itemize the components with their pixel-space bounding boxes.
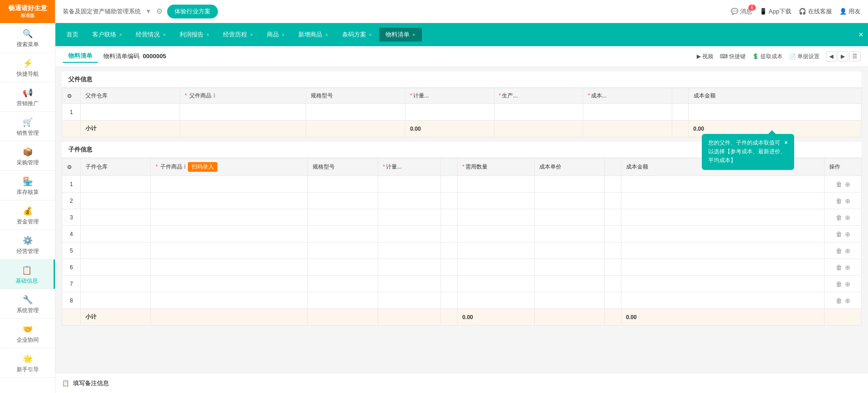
nav-tab-bom[interactable]: 物料清单 × <box>379 28 422 42</box>
child-goods-cell-5[interactable] <box>151 259 308 276</box>
subheader-tab-bom[interactable]: 物料清单 <box>63 50 98 63</box>
parent-goods-cell[interactable] <box>180 104 306 121</box>
copy-icon[interactable]: ⊕ <box>845 230 850 238</box>
child-spec-cell-1[interactable] <box>308 193 378 209</box>
child-warehouse-cell-1[interactable] <box>81 193 151 209</box>
cost-action[interactable]: 💲 提取成本 <box>752 53 783 60</box>
sidebar-item-quicknav[interactable]: ⚡ 快捷导航 <box>0 53 55 82</box>
child-unit-cell-2[interactable] <box>378 209 441 226</box>
parent-warehouse-cell[interactable] <box>81 104 180 121</box>
shortcut-action[interactable]: ⌨ 快捷键 <box>720 53 746 60</box>
sidebar-item-search[interactable]: 🔍 搜索菜单 <box>0 23 55 53</box>
video-action[interactable]: ▶ 视频 <box>697 53 713 60</box>
delete-icon[interactable]: 🗑 <box>836 297 842 304</box>
copy-icon[interactable]: ⊕ <box>845 197 850 205</box>
child-unitcost-cell-7[interactable] <box>534 292 604 309</box>
sidebar-item-newguide[interactable]: 🌟 新手引导 <box>0 348 55 378</box>
app-download-item[interactable]: 📱 App下载 <box>760 7 791 16</box>
child-goods-cell-6[interactable] <box>151 276 308 292</box>
nav-tab-operations[interactable]: 经营情况 × <box>129 28 172 42</box>
delete-icon[interactable]: 🗑 <box>836 197 842 205</box>
nav-tab-newgoods-close[interactable]: × <box>325 32 328 37</box>
child-quantity-cell-0[interactable] <box>458 176 535 193</box>
child-warehouse-cell-0[interactable] <box>81 176 151 193</box>
delete-icon[interactable]: 🗑 <box>836 280 842 288</box>
child-spec-cell-0[interactable] <box>308 176 378 193</box>
copy-icon[interactable]: ⊕ <box>845 247 850 254</box>
child-unitcost-cell-5[interactable] <box>534 259 604 276</box>
delete-icon[interactable]: 🗑 <box>836 247 842 254</box>
child-unit-cell-6[interactable] <box>378 276 441 292</box>
dropdown-icon[interactable]: ▼ <box>145 8 151 15</box>
copy-icon[interactable]: ⊕ <box>845 264 850 271</box>
delete-icon[interactable]: 🗑 <box>836 181 842 188</box>
child-unitcost-cell-4[interactable] <box>534 242 604 259</box>
gear-icon[interactable]: ⚙ <box>156 7 163 16</box>
child-unit-cell-5[interactable] <box>378 259 441 276</box>
child-quantity-cell-3[interactable] <box>458 226 535 242</box>
copy-icon[interactable]: ⊕ <box>845 280 850 288</box>
child-quantity-cell-7[interactable] <box>458 292 535 309</box>
child-unit-cell-0[interactable] <box>378 176 441 193</box>
child-unit-cell-7[interactable] <box>378 292 441 309</box>
parent-prod-cell[interactable] <box>494 104 583 121</box>
child-quantity-cell-2[interactable] <box>458 209 535 226</box>
child-warehouse-cell-6[interactable] <box>81 276 151 292</box>
nav-tab-barcode-close[interactable]: × <box>369 32 372 37</box>
child-spec-cell-3[interactable] <box>308 226 378 242</box>
nav-tab-customer-close[interactable]: × <box>119 32 122 37</box>
sidebar-item-sales[interactable]: 🛒 销售管理 <box>0 112 55 141</box>
scan-button[interactable]: 扫码录入 <box>188 162 217 172</box>
child-goods-cell-4[interactable] <box>151 242 308 259</box>
nav-tab-customer[interactable]: 客户联络 × <box>86 28 128 42</box>
delete-icon[interactable]: 🗑 <box>836 264 842 271</box>
child-quantity-cell-5[interactable] <box>458 259 535 276</box>
child-warehouse-cell-2[interactable] <box>81 209 151 226</box>
child-unitcost-cell-2[interactable] <box>534 209 604 226</box>
child-goods-cell-7[interactable] <box>151 292 308 309</box>
child-goods-cell-1[interactable] <box>151 193 308 209</box>
prev-button[interactable]: ◀ <box>826 51 837 61</box>
child-unit-cell-1[interactable] <box>378 193 441 209</box>
parent-col-settings[interactable]: ⚙ <box>62 88 81 104</box>
child-goods-cell-0[interactable] <box>151 176 308 193</box>
nav-tab-history[interactable]: 经营历程 × <box>217 28 259 42</box>
child-goods-cell-2[interactable] <box>151 209 308 226</box>
sidebar-item-inventory[interactable]: 🏪 库存核算 <box>0 171 55 200</box>
try-button[interactable]: 体验行业方案 <box>167 5 218 18</box>
user-item[interactable]: 👤 用友 <box>839 7 861 16</box>
child-unitcost-cell-6[interactable] <box>534 276 604 292</box>
sidebar-item-operations[interactable]: ⚙️ 经营管理 <box>0 230 55 260</box>
copy-icon[interactable]: ⊕ <box>845 214 850 221</box>
parent-unit-cell[interactable] <box>405 104 494 121</box>
nav-tab-home[interactable]: 首页 <box>60 28 85 42</box>
nav-tab-history-close[interactable]: × <box>250 32 253 37</box>
child-unitcost-cell-0[interactable] <box>534 176 604 193</box>
parent-spec-cell[interactable] <box>306 104 405 121</box>
child-unitcost-cell-1[interactable] <box>534 193 604 209</box>
child-unit-cell-4[interactable] <box>378 242 441 259</box>
sidebar-item-system[interactable]: 🔧 系统管理 <box>0 289 55 319</box>
child-goods-cell-3[interactable] <box>151 226 308 242</box>
sidebar-item-purchase[interactable]: 📦 采购管理 <box>0 141 55 171</box>
sidebar-item-basicinfo[interactable]: 📋 基础信息 <box>0 260 55 289</box>
child-spec-cell-5[interactable] <box>308 259 378 276</box>
sidebar-item-marketing[interactable]: 📢 营销推广 <box>0 82 55 112</box>
child-warehouse-cell-7[interactable] <box>81 292 151 309</box>
child-quantity-cell-1[interactable] <box>458 193 535 209</box>
tooltip-close[interactable]: × <box>784 139 788 147</box>
setting-action[interactable]: 📄 单据设置 <box>789 53 820 60</box>
delete-icon[interactable]: 🗑 <box>836 214 842 221</box>
copy-icon[interactable]: ⊕ <box>845 297 850 304</box>
child-unitcost-cell-3[interactable] <box>534 226 604 242</box>
child-spec-cell-6[interactable] <box>308 276 378 292</box>
close-all-button[interactable]: × <box>858 30 863 40</box>
child-warehouse-cell-3[interactable] <box>81 226 151 242</box>
child-warehouse-cell-5[interactable] <box>81 259 151 276</box>
nav-tab-goods[interactable]: 商品 × <box>260 28 291 42</box>
nav-tab-bom-close[interactable]: × <box>412 32 415 37</box>
delete-icon[interactable]: 🗑 <box>836 230 842 238</box>
message-badge-item[interactable]: 💬 消息 6 <box>731 7 752 16</box>
child-spec-cell-7[interactable] <box>308 292 378 309</box>
child-quantity-cell-6[interactable] <box>458 276 535 292</box>
